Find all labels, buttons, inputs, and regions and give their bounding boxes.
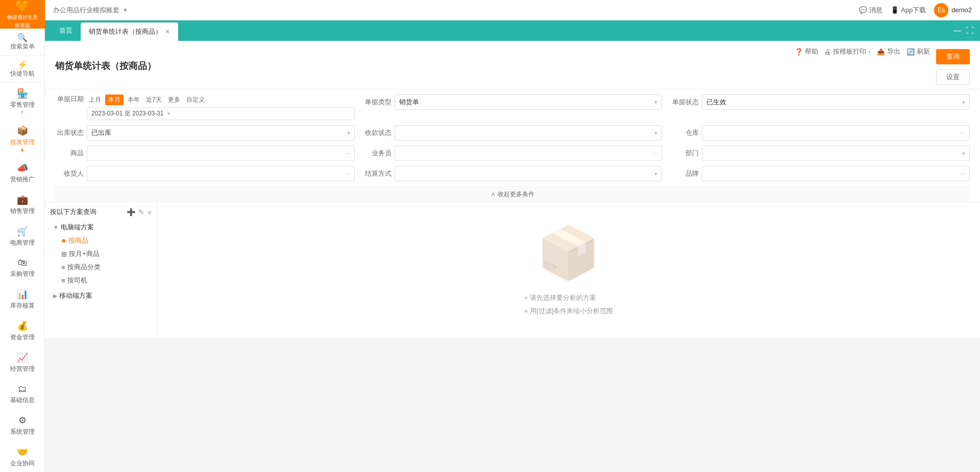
tab-stats[interactable]: 销货单统计表（按商品） ✕ [81,22,178,41]
left-panel-action-group: ➕ ✎ « [127,208,152,216]
date-filter-inputs: 上月 本月 本年 近7天 更多 自定义 2023-03-01 至 2023-03… [87,95,355,120]
date-quick-tabs: 上月 本月 本年 近7天 更多 自定义 [87,95,355,105]
tab-home[interactable]: 首页 [51,20,81,41]
date-tab-custom[interactable]: 自定义 [184,95,207,105]
settle-input[interactable]: ▾ [395,166,663,181]
collapse-panel-icon[interactable]: « [148,208,152,216]
date-range-value: 2023-03-01 至 2023-03-31 [91,109,163,118]
sidebar-item-retail[interactable]: 🏪 零售管理 ▼ [0,83,44,120]
sidebar-purchase-label: 采购管理 [10,270,35,278]
tab-minimize-icon[interactable]: — [953,26,962,35]
tab-bar: 首页 销货单统计表（按商品） ✕ — ⛶ [45,20,980,41]
out-status-cell: 出库状态 已出库 ▾ [55,125,355,140]
sidebar-search[interactable]: 🔍 搜索菜单 [0,29,44,56]
message-action[interactable]: 💬 消息 [859,6,883,15]
date-tab-prev-month[interactable]: 上月 [87,95,103,105]
left-panel-header: 按以下方案查询 ➕ ✎ « [50,207,152,217]
tab-close-icon[interactable]: ✕ [165,28,170,35]
date-tab-more[interactable]: 更多 [166,95,182,105]
settle-label: 结算方式 [363,169,391,178]
sidebar-item-finance[interactable]: 💰 资金管理 [0,315,44,347]
receiver-input[interactable]: ··· [87,166,355,181]
sidebar-item-inventory[interactable]: 📊 库存核算 [0,284,44,315]
sidebar-search-label: 搜索菜单 [0,42,44,51]
filter-row-1: 单据日期 上月 本月 本年 近7天 更多 自定义 2023- [55,95,970,120]
logo-icon: 🧡 [15,0,29,13]
collect-label: 收款状态 [363,128,391,137]
sidebar-item-purchase[interactable]: 🛍 采购管理 [0,252,44,284]
sales-icon: 💼 [17,194,28,205]
out-status-label: 出库状态 [55,128,84,137]
tree-item-by-month-goods[interactable]: ⊞ 按月+商品 [58,247,152,261]
status-input[interactable]: 已生效 ▾ [702,95,970,110]
brand-label: 品牌 [670,169,699,178]
out-status-value: 已出库 [91,128,111,137]
tree-item-by-category[interactable]: ≡ 按商品分类 [58,261,152,274]
settings-button[interactable]: 设置 [936,69,970,85]
edit-scheme-icon[interactable]: ✎ [138,208,144,216]
dept-arrow: ▾ [962,150,965,157]
tab-maximize-icon[interactable]: ⛶ [966,26,974,35]
receiver-dots-icon[interactable]: ··· [345,170,350,177]
sidebar-item-collab[interactable]: 🤝 企业协同 [0,441,44,472]
page-title: 销货单统计表（按商品） [55,60,156,72]
sidebar-quick-nav[interactable]: ⚡ 快捷导航 [0,56,44,83]
header-action-group: ❓ 帮助 🖨 按模板打印 ▾ 📤 导出 🔄 [795,47,930,56]
sidebar-item-system[interactable]: ⚙ 系统管理 [0,410,44,441]
date-tab-this-month[interactable]: 本月 [105,95,124,105]
empty-steps-list: 请先选择要分析的方案 用[过滤]条件来缩小分析范围 [524,291,614,318]
sidebar-item-marketing[interactable]: 📣 营销推广 [0,157,44,189]
app-download-icon: 📱 [891,6,899,14]
add-scheme-icon[interactable]: ➕ [127,208,135,216]
goods-dots-icon[interactable]: ··· [345,150,350,157]
receiver-cell: 收货人 ··· [55,166,355,181]
sidebar-inventory-label: 库存核算 [10,301,35,310]
right-content: 📦 请先选择要分析的方案 用[过滤]条件来缩小分析范围 [157,202,980,338]
sidebar-item-basic[interactable]: 🗂 基础信息 [0,379,44,410]
out-status-input[interactable]: 已出库 ▾ [87,125,355,140]
collapse-bar[interactable]: ∧ 收起更多条件 [55,186,970,202]
print-btn[interactable]: 🖨 按模板打印 ▾ [824,47,871,56]
collect-input[interactable]: ▾ [395,125,663,140]
driver-icon: ≡ [61,277,65,285]
goods-input[interactable]: ··· [87,146,355,161]
refresh-btn[interactable]: 🔄 刷新 [906,47,930,56]
date-tab-this-year[interactable]: 本年 [126,95,142,105]
sidebar-item-wholesale[interactable]: 📦 批发管理 ▲ [0,120,44,157]
type-input[interactable]: 销货单 ▾ [395,95,663,110]
warehouse-dots-icon[interactable]: ··· [960,129,965,136]
print-arrow-icon: ▾ [868,49,871,55]
tree-expand-icon: ▼ [53,224,59,230]
brand-dots-icon[interactable]: ··· [960,170,965,177]
staff-label: 业务员 [363,149,391,158]
tree-item-by-driver[interactable]: ≡ 按司机 [58,274,152,287]
tree-desktop-group[interactable]: ▼ 电脑端方案 [50,221,152,234]
brand-input[interactable]: ··· [702,166,970,181]
tree-item-by-goods[interactable]: ● 按商品 [58,234,152,247]
industry-label: 办公用品行业模拟账套 [53,6,119,15]
warehouse-input[interactable]: ··· [702,125,970,140]
date-range-input[interactable]: 2023-03-01 至 2023-03-31 ▾ [87,107,355,120]
sidebar-item-sales[interactable]: 💼 销售管理 [0,189,44,221]
warehouse-label: 仓库 [670,128,699,137]
tree-desktop-label: 电脑端方案 [61,223,94,232]
app-download-action[interactable]: 📱 App下载 [891,6,926,15]
help-btn[interactable]: ❓ 帮助 [795,47,818,56]
header-left: 办公用品行业模拟账套 ▾ [53,6,127,15]
app-logo[interactable]: 🧡 畅捷通好生意 标准版 [0,0,45,29]
tree-by-driver-label: 按司机 [67,276,87,285]
query-button[interactable]: 查询 [936,49,970,64]
sidebar-retail-label: 零售管理 [10,101,35,109]
sidebar-sales-label: 销售管理 [10,207,35,216]
export-btn[interactable]: 📤 导出 [877,47,900,56]
user-area[interactable]: Ea demo2 [934,3,972,17]
staff-input[interactable]: ··· [395,146,663,161]
dept-input[interactable]: ▾ [702,146,970,161]
purchase-icon: 🛍 [18,257,27,268]
sidebar-item-ecom[interactable]: 🛒 电商管理 [0,221,44,252]
tree-mobile-group[interactable]: ▶ 移动端方案 [50,289,152,302]
sidebar-item-operation[interactable]: 📈 经营管理 [0,347,44,379]
industry-dropdown-icon[interactable]: ▾ [124,6,127,14]
date-tab-7days[interactable]: 近7天 [144,95,164,105]
staff-dots-icon[interactable]: ··· [652,150,657,157]
